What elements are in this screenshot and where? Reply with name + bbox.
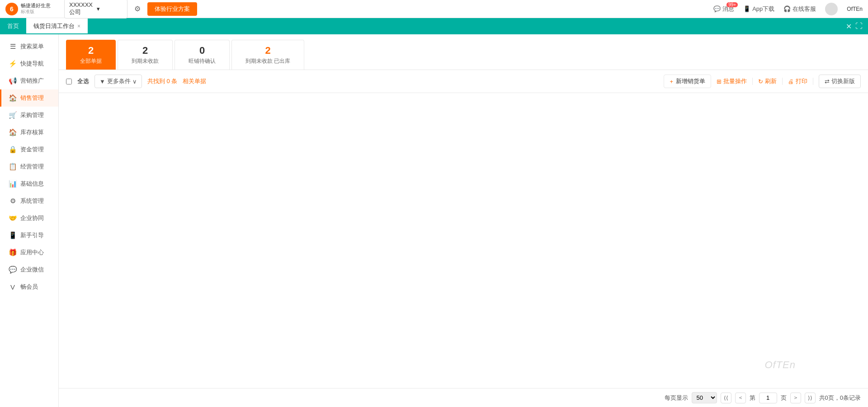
page-input[interactable] — [759, 393, 777, 403]
logo-text: 畅捷通好生意 — [21, 3, 51, 9]
filter-icon: ▼ — [99, 78, 105, 85]
sidebar-item-search-menu[interactable]: ☰ 搜索菜单 — [0, 38, 58, 55]
base-info-icon: 📊 — [9, 180, 17, 188]
sidebar-search-menu-label: 搜索菜单 — [20, 42, 44, 51]
gear-button[interactable]: ⚙ — [131, 3, 144, 15]
found-count-text: 共找到 0 条 — [147, 77, 177, 85]
content-area: 2 全部单据 2 到期未收款 0 旺铺待确认 2 到期未收款 已出库 全选 ▼ … — [59, 34, 868, 407]
print-icon: 🖨 — [788, 78, 794, 85]
wechat-icon: 💬 — [9, 266, 17, 274]
refresh-label: 刷新 — [765, 77, 777, 85]
switch-icon: ⇄ — [825, 78, 830, 85]
related-link[interactable]: 相关单据 — [183, 77, 206, 85]
sidebar-app-center-label: 应用中心 — [20, 248, 44, 257]
operations-icon: 📋 — [9, 163, 17, 171]
first-page-button[interactable]: ⟨⟨ — [721, 393, 731, 403]
top-header: 6 畅捷通好生意 标准版 XXXXXX公司 ▾ ⚙ 体验行业方案 💬 消息 99… — [0, 0, 868, 18]
company-name: XXXXXX公司 — [69, 1, 95, 16]
prev-page-button[interactable]: ＜ — [735, 393, 746, 403]
sidebar-sales-label: 销售管理 — [20, 94, 44, 102]
search-menu-icon: ☰ — [9, 42, 17, 51]
next-page-button[interactable]: ＞ — [790, 393, 801, 403]
batch-op-button[interactable]: ⊞ 批量操作 — [717, 77, 747, 85]
found-unit: 条 — [171, 78, 177, 84]
filter-label: 更多条件 — [107, 77, 131, 85]
nav-tab-home-label: 首页 — [7, 22, 19, 30]
sidebar-item-guide[interactable]: 📱 新手引导 — [0, 227, 58, 244]
batch-op-icon: ⊞ — [717, 78, 722, 85]
refresh-icon: ↻ — [758, 78, 763, 85]
nav-tab-close-icon[interactable]: × — [77, 23, 80, 29]
stat-tab-shipped[interactable]: 2 到期未收款 已出库 — [231, 40, 304, 70]
filter-chevron-icon: ∨ — [132, 78, 137, 85]
message-item[interactable]: 💬 消息 99+ — [713, 5, 734, 13]
nav-tab-workbench-label: 钱货日清工作台 — [33, 22, 75, 30]
sidebar-item-app-center[interactable]: 🎁 应用中心 — [0, 244, 58, 261]
per-page-select[interactable]: 50 100 200 — [692, 392, 717, 403]
logo-sub: 标准版 — [21, 9, 51, 15]
sidebar-item-cooperation[interactable]: 🤝 企业协同 — [0, 210, 58, 227]
app-download-item[interactable]: 📱 App下载 — [743, 5, 774, 13]
phone-icon: 📱 — [743, 5, 750, 12]
cooperation-icon: 🤝 — [9, 214, 17, 222]
header-right: 💬 消息 99+ 📱 App下载 🎧 在线客服 OfTEn — [713, 3, 863, 15]
filter-button[interactable]: ▼ 更多条件 ∨ — [94, 75, 142, 88]
sidebar-item-base-info[interactable]: 📊 基础信息 — [0, 175, 58, 192]
print-button[interactable]: 🖨 打印 — [788, 77, 807, 85]
sidebar-item-finance[interactable]: 🔒 资金管理 — [0, 141, 58, 158]
sidebar: ☰ 搜索菜单 ⚡ 快捷导航 📢 营销推广 🏠 销售管理 🛒 采购管理 🏠 库 — [0, 34, 59, 407]
online-service-item[interactable]: 🎧 在线客服 — [783, 5, 816, 13]
sidebar-item-quick-nav[interactable]: ⚡ 快捷导航 — [0, 55, 58, 72]
page-label: 第 — [750, 394, 755, 402]
stat-tab-wangpu[interactable]: 0 旺铺待确认 — [175, 40, 230, 70]
nav-tabs-actions: ✕ ⛶ — [846, 22, 868, 31]
switch-version-button[interactable]: ⇄ 切换新版 — [819, 75, 861, 88]
message-icon: 💬 — [713, 5, 721, 12]
user-name: OfTEn — [847, 6, 863, 12]
sidebar-operations-label: 经营管理 — [20, 163, 44, 171]
sidebar-item-member[interactable]: V 畅会员 — [0, 278, 58, 295]
sidebar-item-operations[interactable]: 📋 经营管理 — [0, 158, 58, 175]
stat-tab-all[interactable]: 2 全部单据 — [66, 40, 116, 70]
stat-tab-overdue[interactable]: 2 到期未收款 — [118, 40, 173, 70]
headset-icon: 🎧 — [783, 5, 791, 12]
stat-num-overdue: 2 — [132, 45, 159, 56]
select-all-label: 全选 — [77, 77, 89, 85]
trial-button[interactable]: 体验行业方案 — [147, 2, 197, 16]
nav-tab-workbench[interactable]: 钱货日清工作台 × — [26, 18, 88, 34]
sidebar-system-label: 系统管理 — [20, 197, 44, 205]
sidebar-inventory-label: 库存核算 — [20, 128, 44, 136]
sidebar-item-purchase[interactable]: 🛒 采购管理 — [0, 107, 58, 124]
sidebar-guide-label: 新手引导 — [20, 231, 44, 239]
table-area — [59, 93, 868, 388]
close-tab-icon[interactable]: ✕ — [846, 22, 852, 31]
stat-num-all: 2 — [80, 45, 102, 56]
found-number: 0 — [167, 78, 170, 84]
sidebar-item-wechat[interactable]: 💬 企业微信 — [0, 261, 58, 278]
toolbar-right: + 新增销货单 ⊞ 批量操作 ↻ 刷新 🖨 打印 — [664, 75, 861, 88]
batch-op-label: 批量操作 — [723, 77, 747, 85]
sidebar-item-system[interactable]: ⚙ 系统管理 — [0, 192, 58, 210]
select-all-checkbox[interactable] — [66, 79, 72, 84]
refresh-button[interactable]: ↻ 刷新 — [758, 77, 777, 85]
toolbar: 全选 ▼ 更多条件 ∨ 共找到 0 条 相关单据 + 新增销货单 ⊞ 批量操作 — [59, 70, 868, 93]
sidebar-item-marketing[interactable]: 📢 营销推广 — [0, 72, 58, 89]
found-prefix: 共找到 — [147, 78, 165, 84]
stat-label-wangpu: 旺铺待确认 — [189, 57, 216, 65]
finance-icon: 🔒 — [9, 145, 17, 154]
avatar[interactable] — [825, 3, 838, 15]
sidebar-item-sales[interactable]: 🏠 销售管理 — [0, 89, 58, 107]
company-selector[interactable]: XXXXXX公司 ▾ — [64, 0, 127, 19]
stat-label-shipped: 到期未收款 已出库 — [245, 57, 290, 65]
sidebar-item-inventory[interactable]: 🏠 库存核算 — [0, 124, 58, 141]
last-page-button[interactable]: ⟩⟩ — [805, 393, 816, 403]
logo-icon: 6 — [5, 3, 18, 15]
nav-tab-home[interactable]: 首页 — [0, 18, 26, 34]
app-download-label: App下载 — [752, 5, 774, 13]
member-icon: V — [9, 283, 17, 291]
stat-num-shipped: 2 — [245, 45, 290, 56]
guide-icon: 📱 — [9, 231, 17, 239]
expand-tab-icon[interactable]: ⛶ — [855, 22, 863, 30]
total-info: 共0页，0条记录 — [819, 394, 861, 402]
new-sale-button[interactable]: + 新增销货单 — [664, 75, 711, 88]
